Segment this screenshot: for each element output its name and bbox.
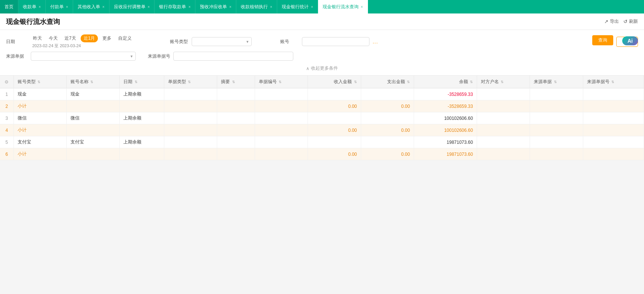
cell-doc-no — [255, 88, 308, 100]
account-type-select[interactable] — [192, 37, 252, 46]
sort-icon: ⇅ — [501, 80, 504, 84]
row-number: 1 — [0, 88, 14, 100]
close-icon[interactable]: × — [66, 5, 68, 9]
col-date[interactable]: 日期 ⇅ — [120, 76, 164, 88]
sort-icon: ⇅ — [135, 80, 138, 84]
cell-doc-type — [164, 136, 217, 148]
page-title: 现金银行流水查询 — [6, 17, 60, 26]
cell-balance: 19871073.60 — [414, 148, 477, 160]
account-input[interactable] — [302, 37, 369, 46]
cell-counterparty — [477, 88, 530, 100]
date-btn-today[interactable]: 今天 — [47, 34, 60, 42]
nav-tab-receipt[interactable]: 收款单 × — [18, 0, 46, 13]
col-doc-type[interactable]: 单据类型 ⇅ — [164, 76, 217, 88]
source-doc-select[interactable] — [31, 52, 136, 61]
cell-source-doc-no — [583, 88, 644, 100]
col-counterparty[interactable]: 对方户名 ⇅ — [477, 76, 530, 88]
cell-date — [120, 100, 164, 112]
close-icon[interactable]: × — [229, 5, 231, 9]
cell-doc-no — [255, 148, 308, 160]
cell-summary — [217, 148, 255, 160]
collapse-bar[interactable]: ∧ 收起更多条件 — [6, 64, 638, 72]
table-row: 6 小计 0.00 0.00 19871073.60 — [0, 148, 644, 160]
filter-row-source: 来源单据 来源单据号 — [6, 52, 586, 61]
cell-balance: 100102606.60 — [414, 112, 477, 124]
date-btn-yesterday[interactable]: 昨天 — [31, 34, 44, 42]
date-btn-custom[interactable]: 自定义 — [116, 34, 134, 42]
refresh-button[interactable]: ↺ 刷新 — [623, 18, 638, 25]
source-doc-select-wrapper — [31, 52, 136, 61]
cell-date — [120, 148, 164, 160]
cell-account-name: 现金 — [66, 88, 119, 100]
account-ellipsis-button[interactable]: ... — [372, 39, 378, 45]
nav-tab-payment[interactable]: 付款单 × — [46, 0, 73, 13]
sort-icon: ⇅ — [188, 80, 191, 84]
cell-counterparty — [477, 148, 530, 160]
cell-doc-no — [255, 124, 308, 136]
col-source-doc-no[interactable]: 来源单据号 ⇅ — [583, 76, 644, 88]
nav-tab-prepay-offset[interactable]: 预收冲应收单 × — [195, 0, 236, 13]
cell-source-doc — [530, 88, 583, 100]
close-icon[interactable]: × — [311, 5, 313, 9]
table-header: ⚙ 账号类型 ⇅ 账号名称 ⇅ 日期 ⇅ 单据类型 ⇅ — [0, 76, 644, 88]
sort-icon: ⇅ — [407, 80, 410, 84]
close-icon[interactable]: × — [39, 5, 41, 9]
nav-tab-home[interactable]: 首页 — [0, 0, 18, 13]
table-row: 4 小计 0.00 0.00 100102606.60 — [0, 124, 644, 136]
cell-doc-no — [255, 136, 308, 148]
cell-expense — [361, 112, 414, 124]
close-icon[interactable]: × — [102, 5, 105, 9]
source-doc-no-input[interactable] — [173, 52, 293, 61]
date-btn-1month[interactable]: 近1月 — [81, 34, 98, 42]
row-number: 3 — [0, 112, 14, 124]
refresh-icon: ↺ — [623, 19, 627, 24]
cell-expense — [361, 88, 414, 100]
cell-doc-type — [164, 100, 217, 112]
cell-source-doc — [530, 124, 583, 136]
export-button[interactable]: ↗ 导出 — [604, 18, 619, 25]
col-account-name[interactable]: 账号名称 ⇅ — [66, 76, 119, 88]
sort-icon: ⇅ — [38, 80, 41, 84]
account-type-select-wrapper — [192, 37, 252, 46]
cell-summary — [217, 88, 255, 100]
account-type-label: 账号类型 — [170, 39, 189, 45]
cell-doc-type — [164, 148, 217, 160]
col-expense[interactable]: 支出金额 ⇅ — [361, 76, 414, 88]
nav-tab-cash-bank-flow[interactable]: 现金银行流水查询 × — [318, 0, 368, 13]
col-summary[interactable]: 摘要 ⇅ — [217, 76, 255, 88]
cell-date: 上期余额 — [120, 112, 164, 124]
cell-doc-type — [164, 112, 217, 124]
cell-account-name: 支付宝 — [66, 136, 119, 148]
nav-tab-cash-bank-stats[interactable]: 现金银行统计 × — [277, 0, 318, 13]
close-icon[interactable]: × — [188, 5, 191, 9]
cell-counterparty — [477, 100, 530, 112]
col-income[interactable]: 收入金额 ⇅ — [308, 76, 361, 88]
table-body: 1 现金 现金 上期余额 -3528659.33 2 小计 0.00 0.00 … — [0, 88, 644, 160]
close-icon[interactable]: × — [148, 5, 150, 9]
close-icon[interactable]: × — [270, 5, 272, 9]
query-button[interactable]: 查询 — [592, 35, 613, 45]
cell-balance: -3528659.33 — [414, 100, 477, 112]
header-actions: ↗ 导出 ↺ 刷新 — [604, 18, 638, 25]
row-number: 4 — [0, 124, 14, 136]
cell-source-doc — [530, 148, 583, 160]
cell-account-type: 微信 — [14, 112, 66, 124]
ai-button[interactable]: Ai — [622, 36, 638, 45]
date-btn-more[interactable]: 更多 — [100, 34, 114, 42]
date-btn-7days[interactable]: 近7天 — [62, 34, 78, 42]
cell-income — [308, 88, 361, 100]
col-balance[interactable]: 余额 ⇅ — [414, 76, 477, 88]
nav-tab-adjustment[interactable]: 应收应付调整单 × — [110, 0, 155, 13]
col-doc-no[interactable]: 单据编号 ⇅ — [255, 76, 308, 88]
sort-icon: ⇅ — [232, 80, 235, 84]
close-icon[interactable]: × — [361, 5, 363, 9]
nav-tab-bank-deposit[interactable]: 银行存取款单 × — [155, 0, 195, 13]
nav-tab-other-income[interactable]: 其他收入单 × — [73, 0, 110, 13]
collapse-icon: ∧ — [306, 66, 309, 71]
col-gear[interactable]: ⚙ — [0, 76, 14, 88]
col-account-type[interactable]: 账号类型 ⇅ — [14, 76, 66, 88]
filter-source-doc-no: 来源单据号 — [148, 52, 293, 61]
nav-tab-receipt-verify[interactable]: 收款核销执行 × — [236, 0, 277, 13]
table-row: 1 现金 现金 上期余额 -3528659.33 — [0, 88, 644, 100]
col-source-doc[interactable]: 来源单据 ⇅ — [530, 76, 583, 88]
